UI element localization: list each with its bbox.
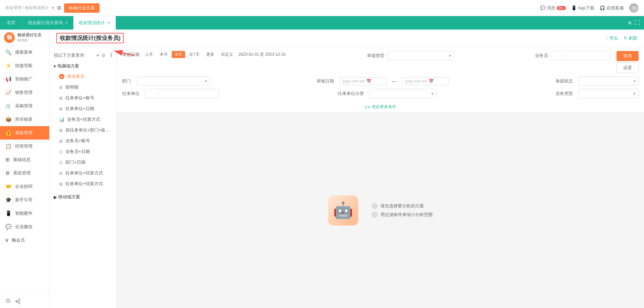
finance-icon: 💰 bbox=[5, 130, 12, 136]
nav-search[interactable]: 🔍 搜索菜单 bbox=[0, 46, 49, 59]
empty-tips: 1 请先选择要分析的方案 2 用过滤条件来缩小分析范围 bbox=[372, 203, 433, 218]
nav-guide-label: 新手引导 bbox=[15, 197, 33, 203]
nav-weixin[interactable]: 💬 企业微信 bbox=[0, 220, 49, 234]
date-tab-last-month[interactable]: 上月 bbox=[142, 51, 156, 58]
nav-collab[interactable]: 🤝 企业协同 bbox=[0, 180, 49, 193]
partner-dots-icon[interactable]: ··· bbox=[156, 91, 159, 96]
scheme-item-sales-date[interactable]: ⊙ 业务员+日期 bbox=[50, 146, 116, 157]
dept-select[interactable]: ▾ bbox=[136, 76, 210, 86]
setting-btn[interactable]: 设置 bbox=[616, 62, 639, 73]
scheme-panel: 按以下方案查询 + ⚙ 《 ▾ 电脑端方案 bbox=[50, 47, 117, 308]
nav-sales[interactable]: 📈 销售管理 bbox=[0, 86, 49, 99]
scheme-item-sales-account[interactable]: ⊠ 业务员+账号 bbox=[50, 136, 116, 146]
window-expand-icon[interactable]: ⛶ bbox=[635, 20, 640, 26]
nav-system[interactable]: ⚙ 系统管理 bbox=[0, 166, 49, 180]
sidebar-toggle-icon[interactable]: ◂‖ bbox=[15, 297, 21, 305]
collapse-btn[interactable]: ∧∧ 收起更多条件 bbox=[365, 104, 396, 110]
trial-btn[interactable]: 体验行业方案 bbox=[64, 3, 100, 13]
body-row: 畅 畅捷通好生意 标准版 🔍 搜索菜单 ⚡ 快捷导航 📢 营销推广 📈 销售 bbox=[0, 30, 644, 308]
scheme-mobile-title[interactable]: ▶ 移动端方案 bbox=[50, 192, 116, 202]
dropdown-icon[interactable]: ▾ bbox=[52, 5, 54, 10]
scheme-item-partner-dept[interactable]: ⊠ 按往来单位+部门+收... bbox=[50, 125, 116, 136]
nav-member-label: 畅会员 bbox=[12, 237, 25, 243]
user-avatar[interactable]: Rit bbox=[629, 3, 639, 13]
tab-collection-stats-close[interactable]: × bbox=[108, 20, 110, 25]
biz-type-select[interactable]: ▾ bbox=[578, 89, 639, 98]
scheme-item-dept-date[interactable]: ⊙ 部门+日期 bbox=[50, 157, 116, 168]
phone-icon: 📱 bbox=[571, 5, 577, 10]
main-panel: 按以下方案查询 + ⚙ 《 ▾ 电脑端方案 bbox=[50, 47, 644, 308]
doc-status-select[interactable]: ▾ bbox=[578, 76, 639, 86]
nav-finance[interactable]: 💰 资金管理 bbox=[0, 126, 49, 140]
search-icon: 🔍 bbox=[5, 49, 12, 55]
audit-date-dash: — bbox=[392, 79, 396, 84]
tab-bank-flow-close[interactable]: × bbox=[65, 20, 68, 25]
partner-select[interactable]: ··· bbox=[145, 89, 219, 98]
messages-btn[interactable]: 💬 消息 99+ bbox=[540, 5, 566, 11]
scheme-collapse-icon[interactable]: 《 bbox=[108, 52, 112, 58]
scheme-item-sales-settle-icon: 📊 bbox=[59, 117, 64, 122]
partner-label: 往来单位 bbox=[122, 91, 140, 97]
category-arrow-icon: ▾ bbox=[449, 53, 451, 58]
gear-settings-icon[interactable]: ⚙ bbox=[57, 5, 61, 11]
tab-home-label: 首页 bbox=[7, 20, 15, 26]
salesperson-select[interactable]: ··· bbox=[551, 51, 611, 60]
audit-to-placeholder: yyyy-mm-dd bbox=[405, 79, 427, 84]
tab-home[interactable]: 首页 bbox=[0, 16, 22, 30]
tab-collection-stats[interactable]: 收款情况统计 × bbox=[73, 16, 116, 30]
edition-tag: 标准版 bbox=[17, 38, 42, 43]
left-nav: 畅 畅捷通好生意 标准版 🔍 搜索菜单 ⚡ 快捷导航 📢 营销推广 📈 销售 bbox=[0, 30, 50, 308]
scheme-desktop-title[interactable]: ▾ 电脑端方案 bbox=[50, 61, 116, 71]
nav-guide[interactable]: 🎓 新手引导 bbox=[0, 193, 49, 207]
top-bar-left: 资金管理 / 收款情况统计 ▾ ⚙ 体验行业方案 bbox=[5, 3, 537, 13]
online-service-btn[interactable]: 🎧 在线客服 bbox=[600, 5, 624, 11]
scheme-gear-icon[interactable]: ⚙ bbox=[101, 53, 106, 58]
guide-icon: 🎓 bbox=[5, 197, 12, 203]
scheme-item-sales-settle[interactable]: 📊 业务员+结算方式 bbox=[50, 114, 116, 125]
basic-info-icon: ⊞ bbox=[5, 157, 10, 163]
scheme-item-partner-settle2[interactable]: ⊠ 往来单位+结算方式 bbox=[50, 178, 116, 189]
partner-class-arrow-icon: ▾ bbox=[431, 91, 433, 96]
query-btn[interactable]: 查询 bbox=[616, 51, 639, 61]
export-btn[interactable]: ↑ 导出 bbox=[606, 35, 619, 41]
scheme-item-partner-date[interactable]: ⊠ 往来单位+日期 bbox=[50, 103, 116, 114]
nav-purchase[interactable]: 🛒 采购管理 bbox=[0, 99, 49, 113]
scheme-item-partner-account-icon: ⊠ bbox=[59, 96, 63, 101]
tip-2-text: 用过滤条件来缩小分析范围 bbox=[380, 212, 433, 218]
audit-from-calendar-icon[interactable]: 📅 bbox=[366, 79, 371, 84]
marketing-icon: 📢 bbox=[5, 76, 12, 82]
scheme-item-partner-settle1[interactable]: ⊞ 往来单位+结算方式 bbox=[50, 168, 116, 178]
nav-basic-info[interactable]: ⊞ 基础信息 bbox=[0, 153, 49, 166]
nav-hardware[interactable]: 📱 智能硬件 bbox=[0, 207, 49, 220]
date-tab-more[interactable]: 更多 bbox=[204, 51, 217, 58]
date-tab-7days[interactable]: 近7天 bbox=[186, 51, 202, 58]
nav-member[interactable]: V 畅会员 bbox=[0, 234, 49, 247]
category-select[interactable]: ▾ bbox=[387, 51, 454, 60]
sales-icon: 📈 bbox=[5, 90, 12, 96]
scheme-item-salesperson[interactable]: ● 按业务员 bbox=[50, 71, 116, 82]
date-tab-custom[interactable]: 自定义 bbox=[218, 51, 236, 58]
tab-bank-flow[interactable]: 现金银行流水查询 × bbox=[22, 16, 73, 30]
date-tab-this-month[interactable]: 本月 bbox=[157, 51, 170, 58]
audit-date-from[interactable]: yyyy-mm-dd 📅 bbox=[339, 77, 386, 85]
date-label: 单据日期 bbox=[122, 52, 140, 58]
audit-date-to[interactable]: yyyy-mm-dd 📅 bbox=[402, 77, 449, 85]
salesperson-dots-icon[interactable]: ··· bbox=[562, 53, 565, 58]
tab-bank-flow-label: 现金银行流水查询 bbox=[28, 20, 63, 26]
refresh-btn[interactable]: ↻ 刷新 bbox=[624, 35, 637, 41]
nav-inventory[interactable]: 📦 库存核算 bbox=[0, 113, 49, 126]
scheme-item-detail[interactable]: ⊞ 按明细 bbox=[50, 82, 116, 93]
app-download-btn[interactable]: 📱 App下载 bbox=[571, 5, 594, 11]
nav-quick[interactable]: ⚡ 快捷导航 bbox=[0, 59, 49, 72]
settings-bottom-icon[interactable]: ⚙ bbox=[5, 297, 11, 305]
window-close-icon[interactable]: ✕ bbox=[628, 20, 632, 26]
scheme-add-icon[interactable]: + bbox=[96, 52, 99, 58]
partner-class-select[interactable]: ▾ bbox=[369, 89, 436, 98]
scheme-item-partner-account[interactable]: ⊠ 往来单位+账号 bbox=[50, 93, 116, 103]
date-tab-this-year[interactable]: 本年 bbox=[172, 51, 185, 58]
scheme-item-partner-account-label: 往来单位+账号 bbox=[65, 95, 94, 101]
audit-to-calendar-icon[interactable]: 📅 bbox=[429, 79, 434, 84]
nav-ops[interactable]: 📋 经营管理 bbox=[0, 140, 49, 153]
nav-marketing[interactable]: 📢 营销推广 bbox=[0, 72, 49, 86]
system-icon: ⚙ bbox=[5, 170, 10, 176]
